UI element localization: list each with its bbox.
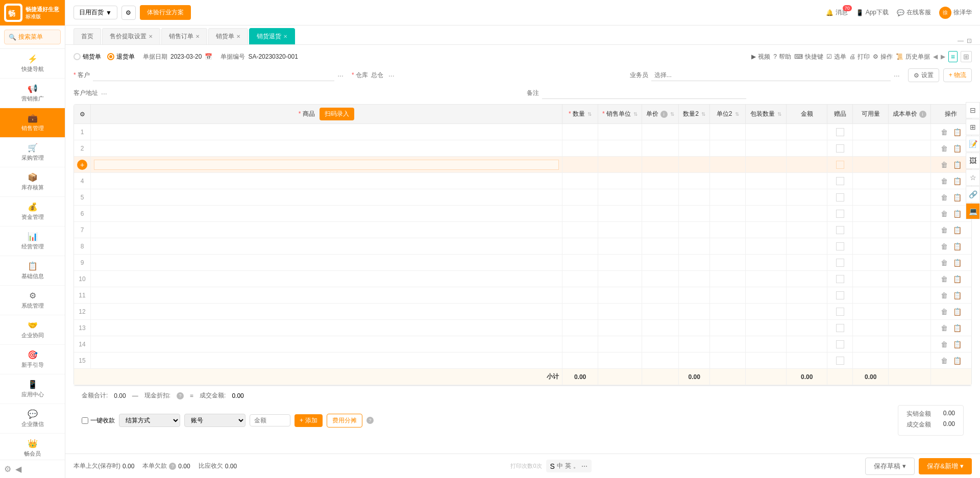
product-cell-3[interactable] — [91, 157, 562, 173]
quick-note-btn[interactable]: 📝 — [966, 136, 980, 152]
add-payment-btn[interactable]: + 添加 — [295, 414, 323, 427]
gift-checkbox-6[interactable] — [836, 210, 844, 218]
one-click-input[interactable] — [82, 417, 88, 424]
copy-row-2[interactable]: 📋 — [952, 143, 963, 154]
copy-row-11[interactable]: 📋 — [952, 290, 963, 300]
app-download-btn[interactable]: 📱 App下载 — [856, 8, 889, 17]
customer-input[interactable] — [93, 69, 334, 81]
col-gear-header[interactable]: ⚙ — [74, 105, 91, 124]
unit-cell-1[interactable] — [598, 124, 642, 140]
gift-checkbox-7[interactable] — [836, 226, 844, 234]
sidebar-item-purchase[interactable]: 🛒 采购管理 — [0, 138, 65, 167]
close-tab-return[interactable]: ✕ — [283, 34, 287, 39]
delete-row-4[interactable]: 🗑 — [940, 176, 949, 186]
qty2-cell-3[interactable] — [679, 157, 710, 173]
print-btn[interactable]: 🖨 打印 — [849, 53, 870, 61]
tab-sales-return[interactable]: 销货退货 ✕ — [249, 28, 295, 44]
gift-cell-1[interactable] — [827, 124, 853, 140]
gift-cell-2[interactable] — [827, 140, 853, 157]
copy-row-5[interactable]: 📋 — [952, 192, 963, 203]
delete-row-13[interactable]: 🗑 — [940, 323, 949, 333]
avail-cell-2[interactable] — [853, 140, 889, 157]
delete-row-5[interactable]: 🗑 — [940, 192, 949, 203]
copy-row-1[interactable]: 📋 — [952, 127, 963, 137]
select-btn[interactable]: ☑ 选单 — [826, 53, 846, 61]
tab-price-settings[interactable]: 售价提取设置 ✕ — [102, 28, 160, 44]
pack-sort-icon[interactable]: ⇅ — [777, 111, 781, 117]
gift-cell-3[interactable] — [827, 157, 853, 173]
delete-row-2[interactable]: 🗑 — [940, 143, 949, 154]
unit-sort-icon[interactable]: ⇅ — [633, 111, 638, 117]
account-select[interactable]: 账号 — [184, 414, 246, 427]
topbar-settings-btn[interactable]: ⚙ — [121, 6, 136, 20]
product-cell-2[interactable] — [91, 140, 562, 157]
copy-row-6[interactable]: 📋 — [952, 209, 963, 219]
minimize-icon[interactable]: — — [958, 37, 964, 44]
staff-input[interactable] — [651, 69, 891, 81]
quick-table-btn[interactable]: ⊟ — [966, 102, 980, 118]
list-view-btn[interactable]: ≡ — [948, 51, 958, 62]
tab-home[interactable]: 首页 — [74, 28, 101, 44]
fee-split-btn[interactable]: 费用分摊 — [327, 414, 362, 427]
pack-cell-1[interactable] — [746, 124, 787, 140]
online-service-btn[interactable]: 💬 在线客服 — [897, 8, 931, 17]
qty2-cell-1[interactable] — [679, 124, 710, 140]
close-tab-price[interactable]: ✕ — [149, 34, 153, 39]
qty-cell-3[interactable] — [562, 157, 598, 173]
unit2-sort-icon[interactable]: ⇅ — [735, 111, 739, 117]
sidebar-item-sales[interactable]: 💼 销售管理 — [0, 108, 65, 138]
sidebar-item-apps[interactable]: 📱 应用中心 — [0, 374, 65, 404]
help-btn[interactable]: ? 帮助 — [773, 53, 791, 61]
qty2-cell-2[interactable] — [679, 140, 710, 157]
unit2-cell-1[interactable] — [710, 124, 746, 140]
operate-btn[interactable]: ⚙ 操作 — [873, 53, 893, 61]
shortcut-key-btn[interactable]: ⌨ 快捷键 — [794, 53, 823, 61]
gift-checkbox-3[interactable] — [836, 161, 844, 169]
quick-img-btn[interactable]: 🖼 — [966, 153, 980, 169]
gift-checkbox-9[interactable] — [836, 259, 844, 267]
close-tab-sales-order[interactable]: ✕ — [195, 34, 200, 39]
gift-checkbox-10[interactable] — [836, 275, 844, 283]
cost-cell-3[interactable] — [889, 157, 930, 173]
user-menu[interactable]: 徐 徐泽华 — [939, 7, 972, 19]
tab-sales-invoice[interactable]: 销货单 ✕ — [208, 28, 248, 44]
form-settings-btn[interactable]: ⚙ 设置 — [908, 68, 939, 82]
save-draft-btn[interactable]: 保存草稿 ▾ — [865, 458, 915, 475]
message-btn[interactable]: 🔔 消息 70 — [826, 8, 848, 17]
ime-icon[interactable]: S — [550, 462, 555, 470]
copy-row-4[interactable]: 📋 — [952, 176, 963, 186]
customer-more-btn[interactable]: ··· — [337, 71, 344, 80]
quick-grid-btn[interactable]: ⊞ — [966, 119, 980, 135]
radio-return[interactable]: 退货单 — [107, 53, 135, 61]
grid-view-btn[interactable]: ⊞ — [961, 51, 972, 62]
quick-star-btn[interactable]: ☆ — [966, 169, 980, 186]
qty-input-1[interactable] — [566, 128, 595, 137]
pack-cell-2[interactable] — [746, 140, 787, 157]
unit2-cell-3[interactable] — [710, 157, 746, 173]
sidebar-item-vip[interactable]: 👑 畅会员 — [0, 434, 65, 460]
maximize-icon[interactable]: ⊡ — [967, 37, 972, 44]
delete-row-15[interactable]: 🗑 — [940, 356, 949, 366]
close-tab-sales-invoice[interactable]: ✕ — [236, 34, 240, 39]
quick-link-btn[interactable]: 🔗 — [966, 186, 980, 203]
cost-info-icon[interactable]: i — [919, 111, 926, 118]
trial-btn[interactable]: 体验行业方案 — [140, 5, 191, 20]
fee-info-icon[interactable]: ? — [366, 417, 374, 424]
help-icon-debt[interactable]: ? — [169, 463, 176, 470]
logistics-btn[interactable]: + 物流 — [943, 68, 972, 82]
qty-cell-2[interactable] — [562, 140, 598, 157]
video-btn[interactable]: ▶ 视频 — [751, 53, 770, 61]
gift-checkbox-11[interactable] — [836, 291, 844, 299]
sidebar-item-finance[interactable]: 💰 资金管理 — [0, 197, 65, 227]
delete-row-6[interactable]: 🗑 — [940, 209, 949, 219]
product-cell-1[interactable] — [91, 124, 562, 140]
copy-row-7[interactable]: 📋 — [952, 225, 963, 235]
ime-en[interactable]: 英 — [565, 462, 571, 470]
copy-row-3[interactable]: 📋 — [952, 160, 963, 170]
cost-cell-2[interactable] — [889, 140, 930, 157]
product-input-1[interactable] — [94, 128, 559, 137]
tab-sales-order[interactable]: 销售订单 ✕ — [161, 28, 207, 44]
save-new-btn[interactable]: 保存&新增 ▾ — [919, 458, 972, 474]
sidebar-item-basic[interactable]: 📋 基础信息 — [0, 256, 65, 286]
amount-input[interactable] — [250, 414, 290, 426]
